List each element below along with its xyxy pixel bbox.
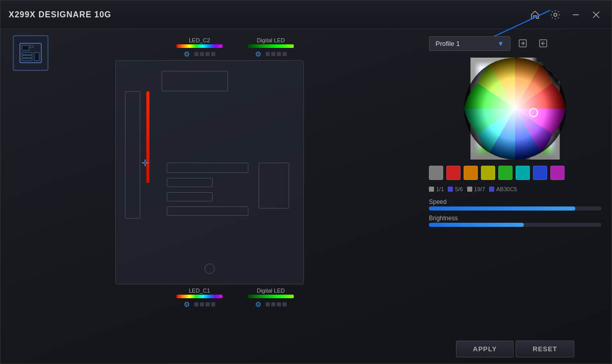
swatch-teal[interactable] bbox=[516, 166, 530, 180]
digital-led-top-group: Digital LED ⚙ bbox=[248, 37, 294, 58]
color-swatches bbox=[429, 166, 601, 180]
component-label-text-4: AB30C5 bbox=[496, 186, 517, 192]
led-dot bbox=[266, 302, 270, 306]
minimize-button[interactable] bbox=[569, 8, 583, 22]
led-dot bbox=[277, 302, 281, 306]
color-wheel[interactable] bbox=[464, 58, 566, 160]
component-dot-4 bbox=[489, 187, 494, 192]
led-c1-controls: ⚙ bbox=[184, 300, 215, 308]
home-button[interactable] bbox=[528, 8, 542, 22]
close-button[interactable] bbox=[589, 8, 603, 22]
led-c2-group: LED_C2 ⚙ bbox=[176, 37, 222, 58]
brightness-slider-fill bbox=[429, 223, 524, 227]
digital-led-top-gear-icon[interactable]: ⚙ bbox=[255, 50, 262, 58]
digital-led-bottom-label: Digital LED bbox=[257, 288, 285, 294]
led-dot bbox=[206, 302, 210, 306]
svg-rect-7 bbox=[22, 53, 32, 55]
component-label-item: 19/7 bbox=[467, 186, 485, 192]
right-panel: Profile 1 ▼ bbox=[419, 29, 611, 363]
component-label-item: 1/1 bbox=[429, 186, 444, 192]
swatch-orange[interactable] bbox=[464, 166, 478, 180]
led-dot bbox=[194, 52, 198, 56]
bottom-buttons: APPLY RESET bbox=[429, 336, 601, 357]
svg-point-14 bbox=[464, 58, 566, 160]
brightness-slider[interactable] bbox=[429, 223, 601, 227]
title-controls bbox=[528, 8, 603, 22]
mb-left-slot bbox=[125, 91, 140, 219]
apply-button[interactable]: APPLY bbox=[456, 341, 514, 357]
led-dot bbox=[283, 302, 287, 306]
component-label-item: 5/6 bbox=[448, 186, 463, 192]
digital-led-top-controls: ⚙ bbox=[255, 50, 287, 58]
color-wheel-container bbox=[429, 58, 601, 160]
mb-io-slot bbox=[162, 71, 228, 91]
swatch-purple[interactable] bbox=[550, 166, 565, 180]
led-labels-top: LED_C2 ⚙ Digital LED bbox=[176, 37, 294, 58]
digital-led-bottom-group: Digital LED ⚙ bbox=[248, 288, 294, 308]
led-dot bbox=[277, 52, 281, 56]
svg-rect-5 bbox=[22, 45, 29, 50]
speed-slider[interactable] bbox=[429, 206, 601, 211]
title-bar: X299X DESIGNARE 10G bbox=[1, 1, 611, 29]
component-dot-3 bbox=[467, 187, 472, 192]
component-label-text-3: 19/7 bbox=[474, 186, 485, 192]
left-panel: LED_C2 ⚙ Digital LED bbox=[1, 29, 419, 363]
digital-led-bottom-dots bbox=[266, 302, 287, 306]
led-c1-rainbow bbox=[176, 295, 222, 298]
digital-led-bottom-rainbow bbox=[248, 295, 294, 298]
component-labels: 1/1 5/6 19/7 AB30C5 bbox=[429, 186, 601, 192]
mb-right-slot bbox=[259, 163, 289, 209]
swatch-blue[interactable] bbox=[533, 166, 547, 180]
slider-section: Speed Brightness bbox=[429, 198, 601, 227]
led-c1-dots bbox=[194, 302, 215, 306]
led-dot bbox=[206, 52, 210, 56]
led-dot bbox=[200, 302, 204, 306]
svg-rect-8 bbox=[22, 56, 32, 58]
main-content: LED_C2 ⚙ Digital LED bbox=[1, 29, 611, 363]
swatch-gray[interactable] bbox=[429, 166, 443, 180]
mb-pcie-slot-3 bbox=[167, 192, 213, 201]
led-dot bbox=[271, 52, 275, 56]
component-label-text-2: 5/6 bbox=[455, 186, 463, 192]
settings-button[interactable] bbox=[548, 8, 563, 22]
swatch-yellow[interactable] bbox=[481, 166, 495, 180]
led-dot bbox=[211, 52, 215, 56]
component-label-text-1: 1/1 bbox=[436, 186, 444, 192]
brightness-label: Brightness bbox=[429, 215, 601, 222]
speed-label: Speed bbox=[429, 198, 601, 205]
mb-pcie-slot-4 bbox=[167, 206, 248, 216]
profile-selector[interactable]: Profile 1 ▼ bbox=[429, 36, 511, 51]
digital-led-top-rainbow bbox=[248, 44, 294, 48]
profile-row: Profile 1 ▼ bbox=[429, 35, 601, 51]
app-window: X299X DESIGNARE 10G bbox=[0, 0, 612, 364]
digital-led-top-label: Digital LED bbox=[257, 37, 285, 43]
speed-slider-fill bbox=[429, 206, 575, 211]
component-dot-1 bbox=[429, 187, 434, 192]
mb-pcie-slot-2 bbox=[167, 178, 213, 187]
led-c2-controls: ⚙ bbox=[184, 50, 215, 58]
device-thumbnail[interactable] bbox=[13, 35, 48, 71]
svg-point-0 bbox=[554, 13, 557, 16]
led-c1-gear-icon[interactable]: ⚙ bbox=[184, 300, 190, 308]
led-c1-label: LED_C1 bbox=[189, 288, 210, 294]
device-thumb-img bbox=[17, 39, 44, 67]
app-title: X299X DESIGNARE 10G bbox=[9, 10, 111, 19]
led-dot bbox=[200, 52, 204, 56]
led-c1-group: LED_C1 ⚙ bbox=[176, 288, 222, 308]
led-c2-gear-icon[interactable]: ⚙ bbox=[184, 50, 190, 58]
chevron-down-icon: ▼ bbox=[497, 40, 504, 47]
svg-rect-10 bbox=[34, 53, 39, 61]
swatch-green[interactable] bbox=[498, 166, 513, 180]
svg-rect-9 bbox=[22, 59, 32, 61]
component-dot-2 bbox=[448, 187, 453, 192]
led-c2-dots bbox=[194, 52, 215, 56]
led-c2-rainbow bbox=[176, 44, 222, 48]
profile-export-button[interactable] bbox=[535, 35, 551, 51]
digital-led-bottom-gear-icon[interactable]: ⚙ bbox=[255, 300, 262, 308]
profile-label: Profile 1 bbox=[436, 40, 460, 47]
mb-red-led-bar bbox=[146, 91, 149, 183]
profile-import-button[interactable] bbox=[515, 35, 531, 51]
reset-button[interactable]: RESET bbox=[516, 341, 574, 357]
swatch-red[interactable] bbox=[446, 166, 461, 180]
digital-led-top-dots bbox=[266, 52, 287, 56]
